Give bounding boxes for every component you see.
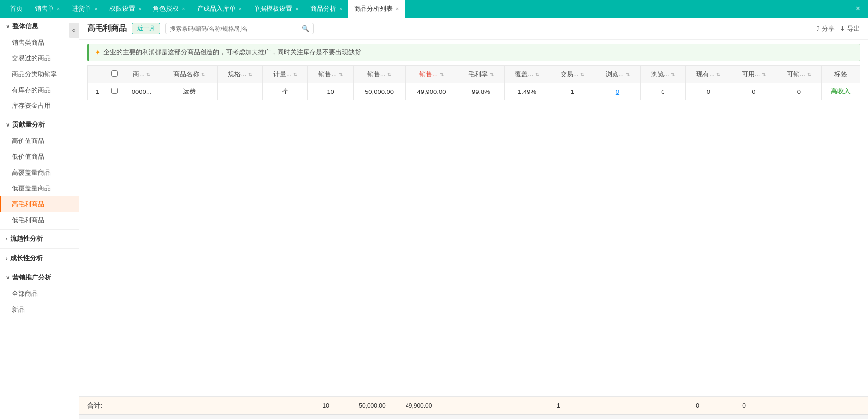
th-sales3[interactable]: 销售... ⇅ <box>406 66 458 83</box>
nav-sales[interactable]: 销售单 × <box>29 0 66 18</box>
footer-trade: 1 <box>535 402 581 409</box>
share-button[interactable]: ⤴ 分享 <box>817 24 835 33</box>
sidebar-group-trend[interactable]: › 流趋性分析 <box>0 231 79 247</box>
close-roles-tab[interactable]: × <box>182 6 185 12</box>
sidebar-item-all-goods[interactable]: 全部商品 <box>0 286 79 302</box>
header-actions: ⤴ 分享 ⬇ 导出 <box>817 24 860 33</box>
row-name: 运费 <box>161 83 217 100</box>
close-permissions-tab[interactable]: × <box>138 6 141 12</box>
close-template-tab[interactable]: × <box>295 6 298 12</box>
top-navigation: 首页 销售单 × 进货单 × 权限设置 × 角色授权 × 产成品入库单 × 单据… <box>0 0 868 18</box>
arrow-icon: ∨ <box>6 23 10 30</box>
sidebar-group-marketing[interactable]: ∨ 营销推广分析 <box>0 269 79 286</box>
sidebar-item-sales-goods[interactable]: 销售类商品 <box>0 35 79 50</box>
sidebar-item-stock-capital[interactable]: 库存资金占用 <box>0 98 79 114</box>
th-browse2[interactable]: 浏览... ⇅ <box>640 66 685 83</box>
th-name[interactable]: 商品名称 ⇅ <box>161 66 217 83</box>
row-spec <box>217 83 262 100</box>
arrow-icon: ∨ <box>6 122 10 128</box>
nav-permissions[interactable]: 权限设置 × <box>103 0 147 18</box>
export-icon: ⬇ <box>840 25 845 32</box>
footer-total-row: 合计: 10 50,000.00 49,900.00 1 0 0 <box>79 396 868 414</box>
th-code[interactable]: 商... ⇅ <box>122 66 161 83</box>
th-tag[interactable]: 标签 <box>821 66 860 83</box>
sort-icon: ⇅ <box>440 72 444 77</box>
th-sellable[interactable]: 可销... ⇅ <box>776 66 821 83</box>
nav-template[interactable]: 单据模板设置 × <box>248 0 304 18</box>
sidebar-item-stocked-goods[interactable]: 有库存的商品 <box>0 82 79 98</box>
row-browse1[interactable]: 0 <box>595 83 640 100</box>
time-filter-button[interactable]: 近一月 <box>132 23 160 34</box>
th-trade[interactable]: 交易... ⇅ <box>550 66 595 83</box>
nav-purchase[interactable]: 进货单 × <box>66 0 103 18</box>
search-box: 🔍 <box>165 23 314 34</box>
sidebar-item-high-coverage[interactable]: 高覆盖量商品 <box>0 165 79 181</box>
row-code[interactable]: 0000... <box>122 83 161 100</box>
close-sales-tab[interactable]: × <box>57 6 60 12</box>
footer-sales2: 50,000.00 <box>349 402 396 409</box>
th-sales1[interactable]: 销售... ⇅ <box>308 66 353 83</box>
sidebar-item-high-value[interactable]: 高价值商品 <box>0 133 79 149</box>
sidebar-group-contribution[interactable]: ∨ 贡献量分析 <box>0 116 79 133</box>
nav-product-analysis-list[interactable]: 商品分析列表 × <box>348 0 405 18</box>
footer-label: 合计: <box>87 401 117 410</box>
th-available[interactable]: 可用... ⇅ <box>731 66 776 83</box>
th-unit[interactable]: 计量... ⇅ <box>262 66 307 83</box>
th-coverage[interactable]: 覆盖... ⇅ <box>505 66 550 83</box>
main-layout: « ∨ 整体信息 销售类商品 交易过的商品 商品分类助销率 有库存的商品 库存资… <box>0 18 868 419</box>
sort-icon: ⇅ <box>762 72 766 77</box>
nav-roles[interactable]: 角色授权 × <box>147 0 191 18</box>
sort-icon: ⇅ <box>490 72 494 77</box>
th-spec[interactable]: 规格... ⇅ <box>217 66 262 83</box>
close-purchase-tab[interactable]: × <box>94 6 97 12</box>
content-area: 高毛利商品 近一月 🔍 ⤴ 分享 ⬇ 导出 ✦ 企业的主要的利润都是这部分商品创… <box>79 18 868 419</box>
th-browse1[interactable]: 浏览... ⇅ <box>595 66 640 83</box>
nav-home[interactable]: 首页 <box>4 0 29 18</box>
search-input[interactable] <box>170 25 300 32</box>
close-product-analysis-list-tab[interactable]: × <box>396 6 399 12</box>
arrow-collapsed-icon: › <box>6 255 8 261</box>
data-table: 商... ⇅ 商品名称 ⇅ 规格... ⇅ 计量... <box>87 65 860 100</box>
th-current[interactable]: 现有... ⇅ <box>686 66 731 83</box>
nav-product-inbound[interactable]: 产成品入库单 × <box>191 0 248 18</box>
close-all-tabs[interactable]: × <box>852 4 864 13</box>
sidebar-item-new-goods[interactable]: 新品 <box>0 302 79 318</box>
row-available: 0 <box>731 83 776 100</box>
sidebar-item-low-coverage[interactable]: 低覆盖量商品 <box>0 181 79 196</box>
sidebar-item-high-margin[interactable]: 高毛利商品 <box>0 196 79 212</box>
export-button[interactable]: ⬇ 导出 <box>840 24 860 33</box>
close-product-inbound-tab[interactable]: × <box>239 6 242 12</box>
row-margin: 99.8% <box>458 83 505 100</box>
sort-icon: ⇅ <box>248 72 252 77</box>
row-sales3: 49,900.00 <box>406 83 458 100</box>
footer-current: 0 <box>674 402 721 409</box>
sidebar-item-low-value[interactable]: 低价值商品 <box>0 149 79 165</box>
th-checkbox <box>107 66 122 83</box>
select-all-checkbox[interactable] <box>111 70 118 77</box>
th-sales2[interactable]: 销售... ⇅ <box>353 66 405 83</box>
th-num <box>88 66 107 83</box>
sort-icon: ⇅ <box>201 72 205 77</box>
nav-product-analysis[interactable]: 商品分析 × <box>305 0 348 18</box>
bottom-scrollbar[interactable] <box>79 414 868 419</box>
close-product-analysis-tab[interactable]: × <box>339 6 342 12</box>
sort-icon: ⇅ <box>580 72 584 77</box>
row-checkbox-input[interactable] <box>111 88 118 94</box>
sidebar-item-low-margin[interactable]: 低毛利商品 <box>0 212 79 228</box>
row-trade: 1 <box>550 83 595 100</box>
share-icon: ⤴ <box>817 25 820 32</box>
sort-icon: ⇅ <box>535 72 539 77</box>
th-margin[interactable]: 毛利率 ⇅ <box>458 66 505 83</box>
row-sales2: 50,000.00 <box>353 83 405 100</box>
row-checkbox[interactable] <box>107 83 122 100</box>
info-banner: ✦ 企业的主要的利润都是这部分商品创造的，可考虑加大推广，同时关注库存是不要出现… <box>87 44 860 61</box>
sort-icon: ⇅ <box>293 72 297 77</box>
search-icon[interactable]: 🔍 <box>302 25 309 32</box>
table-container[interactable]: 商... ⇅ 商品名称 ⇅ 规格... ⇅ 计量... <box>79 65 868 396</box>
sidebar-group-overall[interactable]: ∨ 整体信息 <box>0 18 79 35</box>
sidebar-item-traded-goods[interactable]: 交易过的商品 <box>0 50 79 66</box>
sidebar-collapse-button[interactable]: « <box>69 23 79 38</box>
table-row: 1 0000... 运费 个 10 50,000.00 49,900.00 99… <box>88 83 860 100</box>
sidebar-item-category-rate[interactable]: 商品分类助销率 <box>0 66 79 82</box>
sidebar-group-growth[interactable]: › 成长性分析 <box>0 250 79 267</box>
